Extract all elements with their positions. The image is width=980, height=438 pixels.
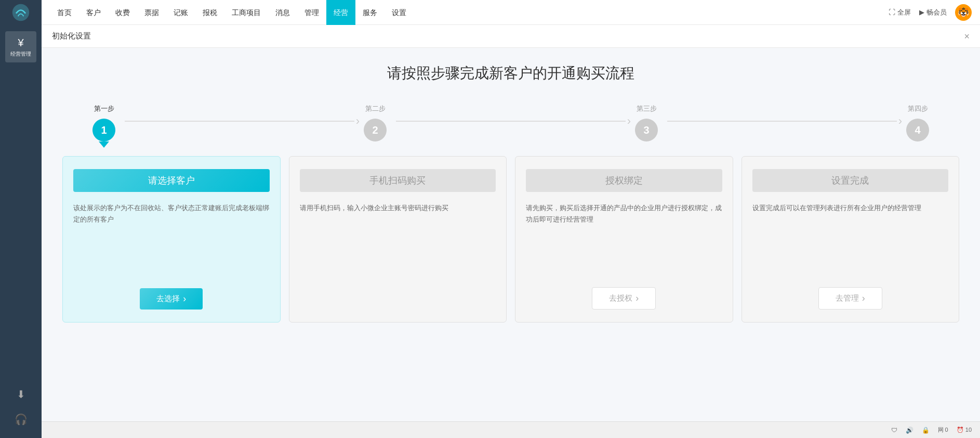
yuan-icon: ¥ (18, 37, 23, 49)
step-3: 第三步 3 (626, 104, 667, 141)
card-3: 授权绑定 请先购买，购买后选择开通的产品中的企业用户进行授权绑定，成功后即可进行… (515, 156, 733, 323)
top-nav: 首页 客户 收费 票据 记账 报税 工商项目 消息 管理 经营 服务 设置 ⛶ … (42, 0, 980, 25)
card-3-title: 授权绑定 (526, 169, 722, 192)
step-4-label: 第四步 (908, 104, 928, 113)
go-authorize-button[interactable]: 去授权 › (592, 287, 656, 310)
volume-icon: 🔊 (906, 427, 913, 434)
card-1-body: 该处展示的客户为不在回收站、客户状态正常建账后完成老板端绑定的所有客户 (73, 202, 270, 278)
nav-item-tax[interactable]: 报税 (195, 0, 224, 25)
steps-timeline: 第一步 1 › 第二步 2 › (62, 104, 959, 148)
app-logo (0, 0, 42, 25)
main-content: 初始化设置 × 请按照步骤完成新客户的开通购买流程 第一步 1 › 第二步 2 (42, 25, 980, 421)
step-1-pointer (99, 141, 109, 148)
connector-1: › (125, 121, 354, 122)
card-1: 请选择客户 该处展示的客户为不在回收站、客户状态正常建账后完成老板端绑定的所有客… (62, 156, 281, 323)
card-1-title: 请选择客户 (73, 169, 270, 192)
download-icon[interactable]: ⬇ (10, 384, 31, 405)
status-bar: ▶ 完成 🛡 🔊 🔒 网 0 ⏰ 10 (0, 421, 980, 438)
step-4-circle: 4 (906, 119, 929, 141)
card-3-footer: 去授权 › (526, 287, 722, 310)
card-4-footer: 去管理 › (752, 287, 949, 310)
cards-row: 请选择客户 该处展示的客户为不在回收站、客户状态正常建账后完成老板端绑定的所有客… (62, 156, 959, 323)
go-select-button[interactable]: 去选择 › (140, 288, 203, 310)
vip-button[interactable]: ▶ 畅会员 (919, 8, 947, 17)
step-4: 第四步 4 (897, 104, 938, 141)
headset-icon[interactable]: 🎧 (10, 409, 31, 430)
time-icon: ⏰ 10 (957, 427, 972, 433)
step-3-circle: 3 (635, 119, 658, 141)
fullscreen-button[interactable]: ⛶ 全屏 (889, 8, 911, 17)
step-1-circle: 1 (92, 119, 115, 141)
card-3-body: 请先购买，购买后选择开通的产品中的企业用户进行授权绑定，成功后即可进行经营管理 (526, 202, 722, 277)
vip-icon: ▶ (919, 8, 924, 16)
fullscreen-icon: ⛶ (889, 8, 895, 16)
nav-item-account[interactable]: 记账 (166, 0, 195, 25)
lock-icon: 🔒 (922, 427, 930, 434)
nav-item-home[interactable]: 首页 (50, 0, 79, 25)
page-title: 初始化设置 (52, 31, 91, 41)
sidebar-item-operation[interactable]: ¥ 经营管理 (5, 31, 36, 62)
card-4-body: 设置完成后可以在管理列表进行所有企业用户的经营管理 (752, 202, 949, 277)
avatar[interactable]: 🐯 (955, 4, 972, 21)
nav-item-settings[interactable]: 设置 (385, 0, 414, 25)
step-1: 第一步 1 (83, 104, 125, 148)
nav-item-customer[interactable]: 客户 (79, 0, 108, 25)
connector-2: › (396, 121, 626, 122)
svg-point-0 (12, 4, 29, 21)
card-2: 手机扫码购买 请用手机扫码，输入小微企业主账号密码进行购买 (289, 156, 507, 323)
main-title: 请按照步骤完成新客户的开通购买流程 (62, 63, 959, 83)
step-2-circle: 2 (364, 119, 387, 141)
step-1-label: 第一步 (94, 104, 114, 113)
card-2-title: 手机扫码购买 (300, 169, 496, 192)
nav-item-invoice[interactable]: 票据 (137, 0, 166, 25)
card-4-title: 设置完成 (752, 169, 949, 192)
nav-item-fee[interactable]: 收费 (108, 0, 137, 25)
nav-item-operation[interactable]: 经营 (326, 0, 355, 25)
page-header: 初始化设置 × (42, 25, 980, 48)
step-2: 第二步 2 (354, 104, 396, 141)
card-2-body: 请用手机扫码，输入小微企业主账号密码进行购买 (300, 202, 496, 299)
content-area: 请按照步骤完成新客户的开通购买流程 第一步 1 › 第二步 2 (42, 48, 980, 421)
step-3-label: 第三步 (637, 104, 657, 113)
nav-item-service[interactable]: 服务 (355, 0, 385, 25)
card-1-footer: 去选择 › (73, 288, 270, 310)
nav-item-manage[interactable]: 管理 (297, 0, 326, 25)
nav-item-business[interactable]: 工商项目 (224, 0, 268, 25)
close-button[interactable]: × (964, 32, 970, 41)
card-4: 设置完成 设置完成后可以在管理列表进行所有企业用户的经营管理 去管理 › (741, 156, 960, 323)
sidebar: ¥ 经营管理 ⬇ 🎧 (0, 25, 42, 438)
connector-3: › (667, 121, 897, 122)
nav-item-message[interactable]: 消息 (268, 0, 297, 25)
shield-icon: 🛡 (891, 427, 897, 434)
network-icon: 网 0 (938, 426, 948, 434)
step-2-label: 第二步 (365, 104, 386, 113)
go-manage-button[interactable]: 去管理 › (818, 287, 882, 310)
